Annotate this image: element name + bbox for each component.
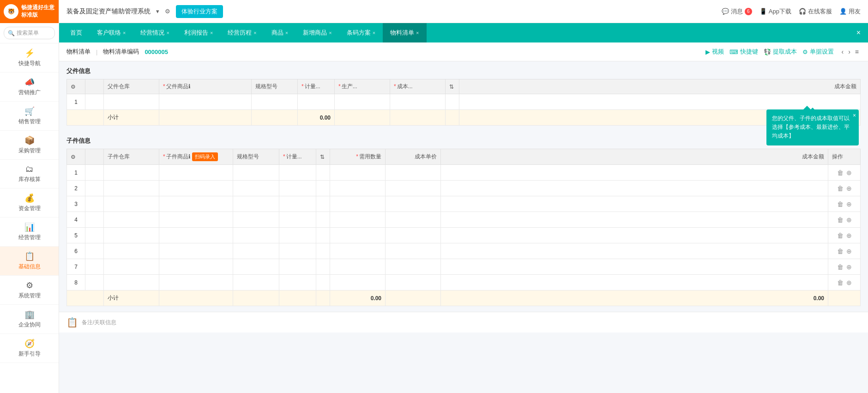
child-row-1-warehouse[interactable] — [104, 165, 159, 181]
sidebar-item-inventory[interactable]: 🗂 库存核算 — [0, 160, 59, 188]
finance-icon: 💰 — [24, 193, 35, 203]
cost-action[interactable]: 💱 提取成本 — [764, 48, 797, 56]
copy-icon[interactable]: ⊕ — [846, 279, 852, 286]
child-row-1-spec[interactable] — [233, 165, 279, 181]
message-button[interactable]: 💬 消息 6 — [722, 7, 752, 16]
copy-icon[interactable]: ⊕ — [846, 200, 852, 208]
tab-customer[interactable]: 客户联络 × — [90, 23, 133, 42]
delete-icon[interactable]: 🗑 — [837, 263, 844, 271]
child-row-2-goods[interactable] — [159, 181, 233, 196]
parent-row-cost-amount — [459, 94, 861, 110]
nav-list-button[interactable]: ≡ — [853, 47, 861, 56]
required-star2: * — [301, 83, 304, 90]
tab-bom[interactable]: 物料清单 × — [383, 23, 426, 42]
parent-row-goods[interactable] — [159, 94, 252, 110]
doc-settings-icon: ⚙ — [802, 48, 808, 55]
tab-barcode[interactable]: 条码方案 × — [339, 23, 383, 42]
delete-icon[interactable]: 🗑 — [837, 279, 844, 286]
child-row-1-quantity[interactable] — [330, 165, 386, 181]
child-row-2-warehouse[interactable] — [104, 181, 159, 196]
copy-icon[interactable]: ⊕ — [846, 169, 852, 176]
sidebar-item-quick-nav[interactable]: ⚡ 快捷导航 — [0, 43, 59, 73]
child-subtotal-row: 小计 0.00 0.00 — [67, 290, 861, 306]
nav-next-button[interactable]: › — [846, 47, 852, 56]
parent-row-warehouse[interactable] — [104, 94, 159, 110]
online-service-button[interactable]: 🎧 在线客服 — [799, 7, 832, 16]
shortcut-action[interactable]: ⌨ 快捷键 — [729, 48, 758, 56]
parent-subtotal-label-text: 小计 — [104, 110, 159, 126]
bottom-bar[interactable]: 📋 备注/关联信息 — [59, 312, 868, 333]
parent-col-setting[interactable]: ⚙ — [67, 79, 85, 94]
sidebar-item-marketing[interactable]: 📣 营销推广 — [0, 73, 59, 102]
parent-col-num — [85, 79, 104, 94]
tab-biz-history-close[interactable]: × — [253, 30, 256, 36]
sidebar-item-basic-info[interactable]: 📋 基础信息 — [0, 247, 59, 276]
delete-icon[interactable]: 🗑 — [837, 232, 844, 239]
tooltip-close-button[interactable]: × — [853, 111, 856, 120]
child-col-setting[interactable]: ⚙ — [67, 149, 85, 165]
dropdown-button[interactable]: ▾ — [156, 8, 159, 15]
parent-row-spec[interactable] — [252, 94, 298, 110]
tab-biz-history[interactable]: 经营历程 × — [220, 23, 264, 42]
doc-settings-action[interactable]: ⚙ 单据设置 — [802, 48, 834, 56]
tab-barcode-close[interactable]: × — [373, 30, 375, 36]
scan-button[interactable]: 扫码录入 — [192, 152, 218, 161]
parent-subtotal-label — [67, 110, 104, 126]
tab-new-goods[interactable]: 新增商品 × — [295, 23, 339, 42]
tab-goods-close[interactable]: × — [285, 30, 288, 36]
child-row-1-unit[interactable] — [279, 165, 316, 181]
video-action[interactable]: ▶ 视频 — [705, 48, 724, 56]
user-button[interactable]: 👤 用友 — [839, 7, 861, 16]
child-col-sort[interactable]: ⇅ — [316, 149, 330, 165]
trial-button[interactable]: 体验行业方案 — [176, 5, 223, 18]
tooltip-arrow — [803, 106, 811, 109]
top-header: 装备及固定资产辅助管理系统 ▾ ⚙ 体验行业方案 💬 消息 6 📱 App下载 … — [59, 0, 868, 23]
nav-prev-button[interactable]: ‹ — [839, 47, 845, 56]
parent-subtotal-c5 — [446, 110, 459, 126]
tab-customer-close[interactable]: × — [123, 30, 126, 36]
parent-row-sort — [446, 94, 459, 110]
child-col-num — [85, 149, 104, 165]
parent-section-title: 父件信息 — [66, 67, 861, 75]
delete-icon[interactable]: 🗑 — [837, 216, 844, 224]
table-row: 5 🗑 ⊕ — [67, 228, 861, 243]
tab-new-goods-close[interactable]: × — [329, 30, 332, 36]
basic-info-icon: 📋 — [24, 251, 35, 261]
copy-icon[interactable]: ⊕ — [846, 248, 852, 255]
tab-bom-close[interactable]: × — [416, 30, 419, 36]
child-row-1-unit-cost[interactable] — [386, 165, 441, 181]
tab-profit-close[interactable]: × — [210, 30, 213, 36]
sidebar-item-enterprise[interactable]: 🏢 企业协同 — [0, 305, 59, 334]
headset-icon: 🎧 — [799, 8, 806, 15]
tab-operations-close[interactable]: × — [166, 30, 169, 36]
sidebar-search-area[interactable]: 🔍 搜索菜单 — [0, 23, 59, 43]
tab-operations-status[interactable]: 经营情况 × — [133, 23, 176, 42]
sidebar-item-guide[interactable]: 🧭 新手引导 — [0, 334, 59, 363]
copy-icon[interactable]: ⊕ — [846, 232, 852, 239]
copy-icon[interactable]: ⊕ — [846, 185, 852, 192]
tab-goods[interactable]: 商品 × — [264, 23, 295, 42]
child-row-1-goods[interactable] — [159, 165, 233, 181]
settings-button[interactable]: ⚙ — [165, 8, 170, 15]
delete-icon[interactable]: 🗑 — [837, 248, 844, 255]
parent-row-unit[interactable] — [298, 94, 335, 110]
delete-icon[interactable]: 🗑 — [837, 169, 844, 176]
search-menu-button[interactable]: 🔍 搜索菜单 — [4, 27, 55, 39]
tab-profit[interactable]: 利润报告 × — [177, 23, 220, 42]
parent-section: 父件信息 ⚙ 父件仓库 *父件商品ℹ 规格型号 *计量... — [59, 61, 868, 131]
parent-row-cost[interactable] — [390, 94, 446, 110]
sidebar-item-sales[interactable]: 🛒 销售管理 — [0, 102, 59, 131]
sidebar-item-finance[interactable]: 💰 资金管理 — [0, 188, 59, 218]
copy-icon[interactable]: ⊕ — [846, 263, 852, 271]
sidebar-item-system[interactable]: ⚙ 系统管理 — [0, 276, 59, 305]
parent-row-production[interactable] — [335, 94, 390, 110]
tab-home[interactable]: 首页 — [63, 23, 90, 42]
sidebar-item-purchase[interactable]: 📦 采购管理 — [0, 131, 59, 160]
delete-icon[interactable]: 🗑 — [837, 200, 844, 208]
parent-col-sort[interactable]: ⇅ — [446, 79, 459, 94]
copy-icon[interactable]: ⊕ — [846, 216, 852, 224]
app-download-button[interactable]: 📱 App下载 — [760, 7, 791, 16]
close-all-tabs-button[interactable]: × — [853, 29, 864, 37]
delete-icon[interactable]: 🗑 — [837, 185, 844, 192]
sidebar-item-operations[interactable]: 📊 经营管理 — [0, 218, 59, 247]
